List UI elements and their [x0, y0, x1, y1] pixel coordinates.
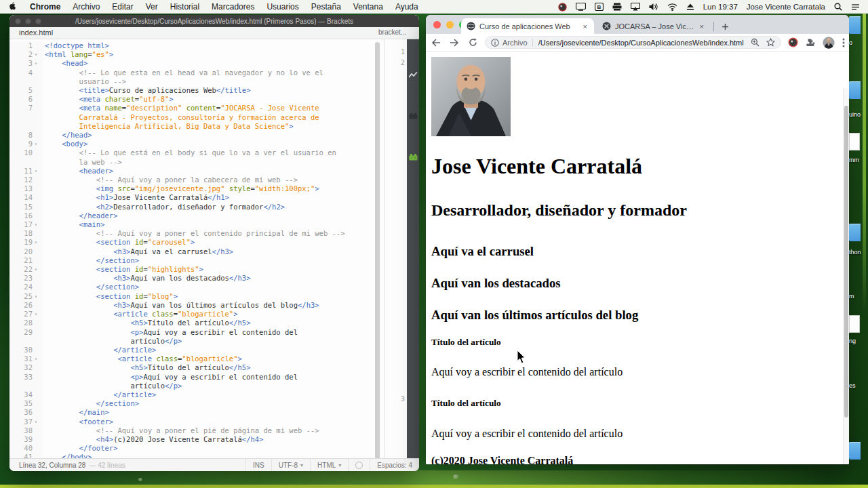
- tab-favicon-jocarsa: [602, 22, 611, 30]
- code-line: 40 </footer>: [9, 444, 384, 453]
- close-button[interactable]: [433, 21, 441, 28]
- info-icon[interactable]: [491, 39, 499, 47]
- tab-close-icon[interactable]: ×: [698, 22, 705, 30]
- extension-manager-icon[interactable]: [409, 113, 418, 119]
- menu-bar-user[interactable]: Jose Vicente Carratala: [747, 3, 825, 11]
- section-highlights-heading: Aquí van los destacados: [431, 276, 835, 291]
- kebab-menu-icon[interactable]: [842, 38, 845, 47]
- encoding-select[interactable]: UTF-8: [271, 459, 310, 471]
- code-line: 32 <h5>Título del artículo</h5>: [9, 363, 384, 372]
- reload-icon[interactable]: [465, 35, 481, 51]
- code-line: 33 <p>Aquí voy a escribir el contenido d…: [9, 373, 384, 390]
- right-pane-header[interactable]: bracket...: [378, 28, 414, 36]
- menu-bar-clock[interactable]: Lun 19:37: [703, 3, 738, 11]
- code-line: 5 <title>Curso de aplicaciones Web</titl…: [9, 86, 384, 95]
- spotlight-search-icon[interactable]: [834, 3, 842, 11]
- omnibox-divider: [532, 39, 533, 47]
- menu-editar[interactable]: Editar: [112, 2, 133, 12]
- language-select[interactable]: HTML: [310, 459, 348, 471]
- screen-record-icon[interactable]: [558, 3, 567, 12]
- desktop-file-icon[interactable]: [849, 133, 860, 150]
- volume-icon[interactable]: [649, 3, 658, 11]
- minimize-button[interactable]: [446, 21, 454, 28]
- desktop-icon-label: mm: [849, 157, 867, 163]
- macos-menu-bar: Chrome Archivo Editar Ver Historial Marc…: [0, 0, 868, 14]
- fold-arrow-icon[interactable]: ▾: [33, 140, 39, 148]
- brackets-title-bar[interactable]: /Users/josevicente/Desktop/CursoAplicaci…: [9, 15, 419, 27]
- desktop-icon-label: thon: [849, 249, 867, 256]
- menu-ver[interactable]: Ver: [146, 2, 158, 12]
- fold-arrow-icon[interactable]: ▾: [33, 50, 39, 59]
- desktop-icon-label: m: [849, 293, 867, 300]
- code-line: 31▾ <article class="blogarticle">: [9, 354, 384, 363]
- section-blog-heading: Aquí van los últimos artículos del blog: [431, 308, 835, 323]
- code-line: 8 </head>: [9, 131, 384, 140]
- live-preview-icon[interactable]: [409, 72, 418, 79]
- airplay-icon[interactable]: [631, 3, 640, 11]
- menu-usuarios[interactable]: Usuarios: [267, 2, 298, 12]
- puzzle-icon[interactable]: [806, 38, 815, 47]
- editor-scrollbar-thumb[interactable]: [375, 42, 380, 458]
- url-scheme-label: Archivo: [502, 39, 528, 47]
- desktop-icon-label: es: [849, 382, 867, 389]
- fold-arrow-icon[interactable]: ▾: [33, 310, 39, 319]
- back-icon[interactable]: [428, 35, 444, 51]
- notification-center-icon[interactable]: [851, 3, 860, 11]
- wifi-icon[interactable]: [667, 3, 677, 11]
- desktop-file-icon[interactable]: [849, 315, 860, 333]
- zoom-icon[interactable]: [751, 38, 760, 47]
- fold-arrow-icon[interactable]: ▾: [33, 220, 39, 229]
- code-line: 14 <h1>Jose Vicente Carratalá</h1>: [9, 193, 384, 202]
- menu-historial[interactable]: Historial: [170, 2, 199, 12]
- article-title: Título del artículo: [431, 398, 835, 409]
- lint-status[interactable]: [348, 459, 370, 471]
- open-file-name[interactable]: index.html: [19, 28, 53, 37]
- insert-mode-indicator[interactable]: INS: [245, 459, 271, 471]
- page-scrollbar-thumb[interactable]: [844, 106, 848, 418]
- brackets-side-toolbar: [407, 39, 419, 458]
- code-line: 23 <h3>Aquí van los destacados</h3>: [9, 274, 384, 283]
- brackets-main-area: 1<!doctype html>2▾<html lang="es">3▾ <he…: [9, 39, 419, 458]
- desktop-folder-icon[interactable]: [849, 224, 861, 241]
- page-scrollbar[interactable]: [843, 88, 849, 464]
- fold-arrow-icon[interactable]: ▾: [33, 167, 39, 176]
- fold-arrow-icon[interactable]: ▾: [33, 292, 39, 301]
- menu-pestana[interactable]: Pestaña: [311, 2, 341, 12]
- new-tab-button[interactable]: [719, 20, 731, 33]
- extension-adblock-icon[interactable]: [788, 37, 798, 47]
- fold-arrow-icon[interactable]: ▾: [33, 354, 39, 363]
- code-editor[interactable]: 1<!doctype html>2▾<html lang="es">3▾ <he…: [9, 39, 384, 458]
- chrome-tab-strip: Curso de aplicaciones Web × JOCARSA – Jo…: [426, 15, 849, 34]
- address-bar[interactable]: Archivo /Users/josevicente/Desktop/Curso…: [485, 36, 781, 49]
- fold-arrow-icon[interactable]: ▾: [33, 265, 39, 274]
- code-line: 15 <h2>Desarrollador, diseñador y formad…: [9, 203, 384, 211]
- menu-marcadores[interactable]: Marcadores: [212, 2, 254, 12]
- rendered-page: Jose Vicente Carratalá Desarrollador, di…: [426, 52, 849, 464]
- bookmark-star-icon[interactable]: [766, 38, 775, 47]
- desktop-folder-icon[interactable]: [849, 442, 861, 460]
- tab-jocarsa[interactable]: JOCARSA – Jose Vicente Carra ×: [597, 18, 711, 34]
- boom-app-icon[interactable]: B: [595, 3, 604, 11]
- eject-icon[interactable]: [686, 3, 694, 11]
- secondary-pane-line-number: 3: [384, 394, 405, 403]
- fold-arrow-icon[interactable]: ▾: [33, 59, 39, 68]
- menu-ayuda[interactable]: Ayuda: [395, 2, 418, 12]
- indent-setting[interactable]: Espacios: 4: [370, 459, 419, 471]
- menu-ventana[interactable]: Ventana: [353, 2, 383, 12]
- forward-icon[interactable]: [446, 35, 462, 51]
- fold-arrow-icon[interactable]: ▾: [33, 418, 39, 426]
- url-text[interactable]: /Users/josevicente/Desktop/CursoAplicaci…: [538, 39, 751, 47]
- display-icon[interactable]: [576, 3, 586, 11]
- apple-menu-icon[interactable]: [9, 2, 18, 12]
- printer-icon[interactable]: [612, 3, 622, 11]
- tab-curso-de-aplicaciones[interactable]: Curso de aplicaciones Web ×: [461, 18, 594, 34]
- fold-arrow-icon[interactable]: ▾: [33, 238, 39, 247]
- desktop-folder-icon[interactable]: [849, 16, 861, 34]
- desktop-icon-label: uino: [849, 111, 867, 118]
- tab-close-icon[interactable]: ×: [582, 22, 589, 30]
- profile-avatar[interactable]: [823, 37, 835, 49]
- desktop-folder-icon[interactable]: [849, 81, 861, 99]
- menu-archivo[interactable]: Archivo: [73, 2, 100, 12]
- active-app-name[interactable]: Chrome: [30, 2, 60, 12]
- extension-lego-icon[interactable]: [409, 153, 418, 161]
